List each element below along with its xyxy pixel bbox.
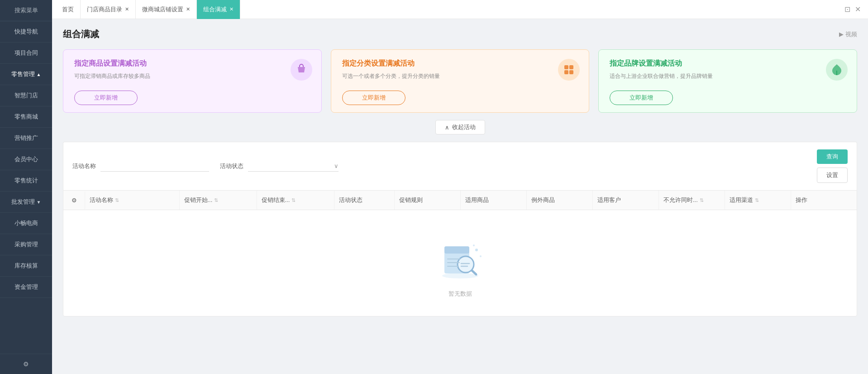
tab-wechat-store-label: 微商城店铺设置 [142, 5, 183, 14]
th-conflict-label: 不允许同时... [663, 196, 698, 204]
settings-icon-btn[interactable]: ⚙ [0, 354, 52, 374]
svg-rect-2 [564, 65, 568, 69]
empty-state: 暂无数据 [63, 210, 857, 316]
tab-combo-discount-close[interactable]: ✕ [229, 6, 234, 12]
query-button[interactable]: 查询 [817, 149, 848, 164]
filter-status-select[interactable]: ∨ [248, 161, 339, 172]
collapse-chevron-icon: ∧ [445, 124, 449, 131]
category-card-desc: 可选一个或者多个分类，提升分类的销量 [342, 72, 578, 81]
th-action-label: 操作 [796, 196, 807, 204]
table-header: ⚙ 活动名称 ⇅ 促销开始... ⇅ 促销结束... ⇅ 活动状态 [63, 191, 857, 210]
th-customer-label: 适用客户 [597, 196, 621, 204]
sidebar-item-marketing[interactable]: 营销推广 [0, 128, 52, 149]
th-start-sort: ⇅ [214, 198, 218, 203]
th-conflict[interactable]: 不允许同时... ⇅ [659, 191, 725, 210]
th-end[interactable]: 促销结束... ⇅ [257, 191, 334, 210]
sidebar-item-retail-mgmt[interactable]: 零售管理 ▲ [0, 64, 52, 85]
filter-status-item: 活动状态 ∨ [220, 161, 339, 172]
play-icon: ▶ [839, 31, 844, 38]
th-end-label: 促销结束... [262, 196, 290, 204]
th-status-label: 活动状态 [339, 196, 362, 204]
window-controls: ⊡ ✕ [844, 5, 864, 14]
collapse-label: 收起活动 [452, 123, 476, 131]
th-conflict-sort: ⇅ [700, 198, 704, 203]
th-rule-label: 促销规则 [399, 196, 423, 204]
sidebar-search[interactable]: 搜索菜单 [0, 0, 52, 21]
th-goods-label: 适用商品 [465, 196, 489, 204]
sidebar-item-smart-store[interactable]: 智慧门店 [0, 85, 52, 106]
window-close[interactable]: ✕ [855, 5, 861, 14]
product-card-btn[interactable]: 立即新增 [74, 91, 138, 105]
th-channel-sort: ⇅ [755, 198, 759, 203]
category-card-title: 指定分类设置满减活动 [342, 59, 578, 68]
brand-card-desc: 适合与上游企业联合做营销，提升品牌销量 [610, 72, 846, 81]
brand-card-btn[interactable]: 立即新增 [610, 91, 673, 105]
tab-home-label: 首页 [62, 5, 74, 14]
svg-point-1 [558, 59, 580, 81]
tab-wechat-store-close[interactable]: ✕ [186, 6, 190, 12]
svg-rect-5 [569, 70, 573, 74]
empty-text: 暂无数据 [448, 290, 472, 298]
th-customer: 适用客户 [593, 191, 659, 210]
th-name[interactable]: 活动名称 ⇅ [85, 191, 180, 210]
main-area: 首页 门店商品目录 ✕ 微商城店铺设置 ✕ 组合满减 ✕ ⊡ ✕ 组合满减 ▶ … [52, 0, 868, 374]
th-rule: 促销规则 [395, 191, 461, 210]
svg-point-8 [442, 273, 478, 278]
sidebar-item-inventory[interactable]: 库存核算 [0, 255, 52, 277]
page-header: 组合满减 ▶ 视频 [63, 28, 857, 40]
wholesale-mgmt-arrow: ▼ [37, 200, 41, 205]
chevron-down-icon: ∨ [334, 163, 339, 169]
product-card-title: 指定商品设置满减活动 [74, 59, 310, 68]
sidebar: 搜索菜单 快捷导航 项目合同 零售管理 ▲ 智慧门店 零售商城 营销推广 会员中… [0, 0, 52, 374]
page-title: 组合满减 [63, 28, 99, 40]
collapse-bar: ∧ 收起活动 [63, 120, 857, 134]
collapse-button[interactable]: ∧ 收起活动 [435, 120, 485, 134]
sidebar-item-retail-stats[interactable]: 零售统计 [0, 170, 52, 192]
empty-illustration [433, 237, 487, 283]
cards-row: 指定商品设置满减活动 可指定滞销商品或库存较多商品 立即新增 指定分类设置满减活… [63, 49, 857, 113]
category-card-btn[interactable]: 立即新增 [342, 91, 405, 105]
tab-store-catalog[interactable]: 门店商品目录 ✕ [81, 0, 136, 19]
product-card-desc: 可指定滞销商品或库存较多商品 [74, 72, 310, 81]
sidebar-item-retail-mall[interactable]: 零售商城 [0, 106, 52, 128]
svg-rect-4 [564, 70, 568, 74]
sidebar-item-wholesale-mgmt[interactable]: 批发管理 ▼ [0, 192, 52, 213]
retail-mgmt-arrow: ▲ [37, 72, 41, 77]
sidebar-item-project-contract[interactable]: 项目合同 [0, 43, 52, 64]
product-card: 指定商品设置满减活动 可指定滞销商品或库存较多商品 立即新增 [63, 49, 322, 113]
window-maximize[interactable]: ⊡ [844, 5, 850, 14]
svg-point-19 [480, 255, 482, 257]
brand-card-icon [826, 59, 848, 85]
th-start[interactable]: 促销开始... ⇅ [180, 191, 257, 210]
filter-buttons: 查询 设置 [817, 149, 848, 183]
th-name-label: 活动名称 [90, 196, 113, 204]
tab-combo-discount[interactable]: 组合满减 ✕ [197, 0, 240, 19]
tab-store-catalog-label: 门店商品目录 [87, 5, 122, 14]
th-channel[interactable]: 适用渠道 ⇅ [725, 191, 791, 210]
filter-status-label: 活动状态 [220, 162, 243, 170]
sidebar-item-quick-nav[interactable]: 快捷导航 [0, 21, 52, 43]
video-link[interactable]: ▶ 视频 [839, 30, 857, 38]
svg-point-20 [473, 245, 475, 246]
category-card: 指定分类设置满减活动 可选一个或者多个分类，提升分类的销量 立即新增 [331, 49, 590, 113]
tab-combo-discount-label: 组合满减 [203, 5, 227, 14]
th-status: 活动状态 [334, 191, 395, 210]
tab-home[interactable]: 首页 [56, 0, 81, 19]
sidebar-item-membership[interactable]: 会员中心 [0, 149, 52, 170]
th-action: 操作 [791, 191, 857, 210]
filter-name-input[interactable] [100, 161, 209, 172]
sidebar-item-finance[interactable]: 资金管理 [0, 277, 52, 298]
brand-card: 指定品牌设置满减活动 适合与上游企业联合做营销，提升品牌销量 立即新增 [598, 49, 857, 113]
filter-name-item: 活动名称 [72, 161, 209, 172]
page-content: 组合满减 ▶ 视频 指定商品设置满减活动 可指定滞销商品或库存较多商品 [52, 19, 868, 374]
category-card-icon [558, 59, 580, 85]
settings-button[interactable]: 设置 [817, 168, 848, 183]
table-gear-icon: ⚙ [72, 197, 77, 204]
tab-wechat-store[interactable]: 微商城店铺设置 ✕ [136, 0, 197, 19]
sidebar-item-purchase-mgmt[interactable]: 采购管理 [0, 234, 52, 255]
tab-store-catalog-close[interactable]: ✕ [125, 6, 129, 12]
filter-name-label: 活动名称 [72, 162, 96, 170]
th-gear[interactable]: ⚙ [63, 192, 85, 209]
sidebar-item-xc-ecommerce[interactable]: 小畅电商 [0, 213, 52, 234]
th-except: 例外商品 [527, 191, 593, 210]
